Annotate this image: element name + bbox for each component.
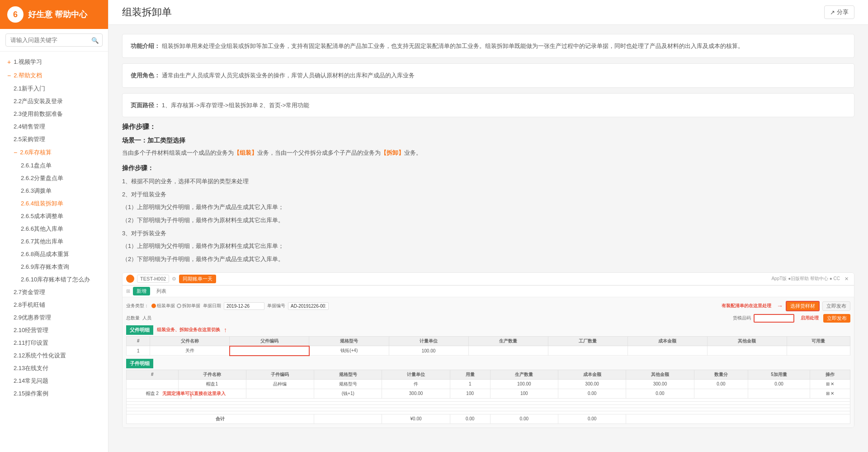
sidebar-item-2-12[interactable]: 2.12系统个性化设置 bbox=[0, 349, 108, 362]
operation-section: 操作步骤： 场景一：加工类型选择 当由多个子件材料组装成一个成品的业务为【组装】… bbox=[122, 123, 854, 428]
table-row: 帽盘1 品种编 规格型号 件 1 100.00 300.00 300.00 0. bbox=[127, 379, 850, 389]
sidebar-item-2-6-3[interactable]: 2.6.3调拨单 bbox=[0, 185, 108, 197]
sidebar-item-2-11[interactable]: 2.11打印设置 bbox=[0, 337, 108, 349]
annotation-bom: 有装配清单的在这里处理 bbox=[722, 303, 771, 309]
mock-date-input[interactable] bbox=[224, 302, 264, 310]
expand-icon-1: + bbox=[7, 58, 11, 66]
page-title: 组装拆卸单 bbox=[122, 5, 172, 19]
sidebar-item-2-2[interactable]: 2.2产品安装及登录 bbox=[0, 95, 108, 108]
mock-topbar-icons: AppT版 ●旧版帮助 帮助中心 ● CC bbox=[771, 276, 840, 282]
mock-search-input[interactable] bbox=[754, 314, 794, 323]
mock-launch-btn[interactable]: 立即发布 bbox=[823, 314, 850, 323]
sidebar-item-2-6-10[interactable]: 2.6.10库存账本错了怎么办 bbox=[0, 273, 108, 286]
nav-label-2: 2.帮助文档 bbox=[14, 71, 42, 80]
mock-no-input[interactable] bbox=[288, 302, 329, 310]
logo-area: 6 好生意 帮助中心 bbox=[0, 0, 108, 29]
search-input[interactable] bbox=[5, 33, 103, 47]
share-button[interactable]: ↗ 分享 bbox=[824, 5, 854, 19]
mock-radio-disassemble[interactable]: 拆卸单据 bbox=[177, 303, 200, 309]
table-row bbox=[127, 401, 850, 404]
nav-section-2[interactable]: − 2.帮助文档 bbox=[0, 69, 108, 82]
mock-tab-list[interactable]: 列表 bbox=[153, 287, 170, 295]
mock-confirm-btn[interactable]: 选择货样材 bbox=[786, 301, 820, 311]
annotation-enable: 启用处理 bbox=[801, 315, 819, 321]
nav-section-2-6[interactable]: − 2.6库存核算 bbox=[0, 146, 108, 159]
sidebar-item-2-7[interactable]: 2.7资金管理 bbox=[0, 286, 108, 299]
logo-icon: 6 bbox=[7, 6, 24, 23]
screenshot-mockup: TEST-H002 ⚙ 同期账单一天 AppT版 ●旧版帮助 帮助中心 ● CC… bbox=[123, 273, 854, 428]
role-text: 通常由生产人员或库管人员完成拆装业务的操作，库管人员确认原材料的出库和产成品的入… bbox=[162, 72, 415, 79]
step-3-2: （2）下部明细为子件明细，最终作为产成品生成其它入库单。 bbox=[122, 253, 854, 266]
table-row: 帽盘 2 (钱+1) 300.00 100 100 0.00 0.00 bbox=[127, 389, 850, 398]
role-title: 使用角色： bbox=[131, 72, 160, 79]
sidebar-item-2-4[interactable]: 2.4销售管理 bbox=[0, 120, 108, 133]
sidebar: 6 好生意 帮助中心 🔍 + 1.视频学习 − 2.帮助文档 2.1新手入门 2… bbox=[0, 0, 108, 452]
annotation-switch-arrow: ↑ bbox=[224, 326, 227, 333]
mock-settings-icon: ⚙ bbox=[172, 276, 176, 282]
search-button[interactable]: 🔍 bbox=[91, 37, 99, 43]
scene1-desc: 当由多个子件材料组装成一个成品的业务为【组装】业务，当由一个父件拆分成多个子产品… bbox=[122, 147, 854, 159]
sidebar-item-2-6-2[interactable]: 2.6.2分量盘点单 bbox=[0, 172, 108, 185]
sidebar-item-2-6-6[interactable]: 2.6.6其他入库单 bbox=[0, 223, 108, 235]
sidebar-item-2-6-8[interactable]: 2.6.8商品成本重算 bbox=[0, 248, 108, 261]
expand-icon-2: − bbox=[7, 72, 11, 79]
intro-block: 功能介绍： 组装拆卸单用来处理企业组装或拆卸等加工业务，支持有固定装配清单的产品… bbox=[122, 34, 854, 58]
mock-period-btn[interactable]: 同期账单一天 bbox=[179, 275, 216, 283]
table-footer: 合计 ¥0.00 0.00 0.00 0.00 bbox=[127, 414, 850, 423]
annotation-arrow-right: → bbox=[777, 302, 783, 309]
mock-upper-table: # 父件名称 父件编码 规格型号 计量单位 生产数量 工厂数量 成本金额 其他金 bbox=[126, 336, 850, 356]
sidebar-item-2-8[interactable]: 2.8手机旺铺 bbox=[0, 299, 108, 311]
path-text: 1、库存核算->库存管理->组装拆卸单 2、首页->常用功能 bbox=[162, 102, 310, 109]
path-title: 页面路径： bbox=[131, 102, 160, 109]
expand-icon-2-6: − bbox=[14, 149, 17, 156]
intro-text: 组装拆卸单用来处理企业组装或拆卸等加工业务，支持有固定装配清单的产品加工业务，也… bbox=[162, 43, 744, 49]
table-row bbox=[127, 404, 850, 408]
mock-tab-new[interactable]: 新增 bbox=[133, 287, 150, 295]
nav-section-1[interactable]: + 1.视频学习 bbox=[0, 55, 108, 69]
screenshot-container: TEST-H002 ⚙ 同期账单一天 AppT版 ●旧版帮助 帮助中心 ● CC… bbox=[122, 272, 854, 428]
intro-title: 功能介绍： bbox=[131, 43, 160, 49]
sidebar-item-2-6-7[interactable]: 2.6.7其他出库单 bbox=[0, 235, 108, 248]
sidebar-item-2-6-9[interactable]: 2.6.9库存账本查询 bbox=[0, 261, 108, 273]
sidebar-item-2-14[interactable]: 2.14常见问题 bbox=[0, 375, 108, 387]
mock-form-row1: 业务类型： 组装单据 拆卸单据 bbox=[126, 301, 850, 311]
sidebar-item-2-1[interactable]: 2.1新手入门 bbox=[0, 82, 108, 95]
step-3: 3、对于拆装业务 bbox=[122, 227, 854, 240]
sidebar-item-2-13[interactable]: 2.13在线支付 bbox=[0, 362, 108, 375]
mock-company-select[interactable]: TEST-H002 bbox=[137, 275, 169, 283]
mock-ok-btn[interactable]: 立即发布 bbox=[822, 301, 850, 311]
sidebar-item-2-3[interactable]: 2.3使用前数据准备 bbox=[0, 108, 108, 120]
mock-type-label: 业务类型： bbox=[126, 303, 149, 309]
mock-lower-section-title: 子件明细 bbox=[126, 359, 153, 368]
steps-list: 1、根据不同的业务，选择不同单据的类型来处理 2、对于组装业务 （1）上部明细为… bbox=[122, 175, 854, 266]
sidebar-item-2-5[interactable]: 2.5采购管理 bbox=[0, 133, 108, 146]
annotation-switch: 组装业务、拆卸业务在这里切换 bbox=[157, 327, 220, 333]
step-2-1: （1）上部明细为父件明细，最终作为产成品生成其它入库单； bbox=[122, 201, 854, 214]
scene1-title: 场景一：加工类型选择 bbox=[122, 137, 854, 145]
step-2-2: （2）下部明细为子件明细，最终作为原材料生成其它出库单。 bbox=[122, 214, 854, 227]
mock-topbar: TEST-H002 ⚙ 同期账单一天 AppT版 ●旧版帮助 帮助中心 ● CC… bbox=[123, 273, 854, 285]
sidebar-item-2-15[interactable]: 2.15操作案例 bbox=[0, 387, 108, 400]
op-steps-sub-title: 操作步骤： bbox=[122, 164, 854, 172]
mock-subbar: ⊞ 新增 列表 bbox=[123, 285, 854, 297]
mock-logo bbox=[126, 275, 134, 283]
table-row: 1 关件 钱拓(+4) 100.00 bbox=[127, 346, 850, 356]
logo-title: 好生意 帮助中心 bbox=[28, 9, 87, 20]
share-label: 分享 bbox=[837, 8, 849, 16]
nav-list: + 1.视频学习 − 2.帮助文档 2.1新手入门 2.2产品安装及登录 2.3… bbox=[0, 52, 108, 452]
sidebar-item-2-10[interactable]: 2.10经营管理 bbox=[0, 324, 108, 337]
sidebar-item-2-6-5[interactable]: 2.6.5成本调整单 bbox=[0, 210, 108, 223]
sidebar-item-2-9[interactable]: 2.9优惠券管理 bbox=[0, 311, 108, 324]
step-1: 1、根据不同的业务，选择不同单据的类型来处理 bbox=[122, 175, 854, 188]
path-block: 页面路径： 1、库存核算->库存管理->组装拆卸单 2、首页->常用功能 bbox=[122, 93, 854, 117]
mock-date-label: 单据日期 bbox=[203, 303, 221, 309]
mock-close-icon[interactable]: ✕ bbox=[843, 276, 850, 282]
mock-radio-assemble[interactable]: 组装单据 bbox=[151, 303, 175, 309]
table-row bbox=[127, 408, 850, 411]
topbar: 组装拆卸单 ↗ 分享 bbox=[108, 0, 868, 25]
table-row bbox=[127, 398, 850, 401]
mock-no-label: 单据编号 bbox=[267, 303, 285, 309]
step-3-1: （1）上部明细为父件明细，最终作为原材料生成其它出库单； bbox=[122, 240, 854, 253]
sidebar-item-2-6-4[interactable]: 2.6.4组装拆卸单 bbox=[0, 197, 108, 210]
sidebar-item-2-6-1[interactable]: 2.6.1盘点单 bbox=[0, 159, 108, 172]
